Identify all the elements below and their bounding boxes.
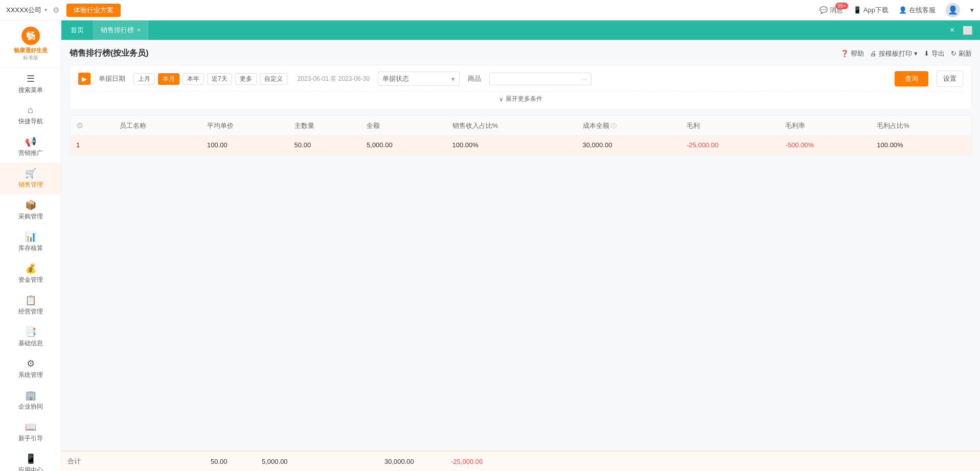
refresh-button[interactable]: ↻ 刷新 (951, 49, 972, 58)
help-button[interactable]: ❓ 帮助 (840, 49, 864, 58)
window-restore-icon[interactable]: ⬜ (960, 25, 976, 36)
sidebar-item-enterprise[interactable]: 🏢 企业协同 (0, 385, 61, 416)
date-filter-label: 单据日期 (99, 74, 125, 83)
sidebar-label-apps: 应用中心 (18, 466, 43, 471)
col-amount: 全额 (360, 116, 446, 136)
tab-close-icon[interactable]: × (137, 27, 141, 34)
avatar[interactable]: 👤 (946, 3, 960, 17)
logo-sub: 标准版 (23, 54, 38, 61)
tab-home[interactable]: 首页 (61, 20, 94, 40)
more-icon: ··· (581, 75, 587, 83)
cell-amount: 5,000.00 (360, 136, 446, 154)
page-content: 销售排行榜(按业务员) ❓ 帮助 🖨 按模板打印 ▾ ⬇ 导出 (61, 40, 980, 451)
col-avg-price: 平均单价 (201, 116, 288, 136)
window-close-icon[interactable]: × (947, 25, 958, 36)
setting-button[interactable]: 设置 (937, 71, 963, 87)
finance-icon: 💰 (25, 263, 36, 274)
apps-icon: 📱 (25, 453, 36, 464)
date-btn-last-month[interactable]: 上月 (133, 73, 155, 85)
sidebar-item-basics[interactable]: 📑 基础信息 (0, 321, 61, 353)
sidebar-label-system: 系统管理 (18, 371, 43, 379)
sidebar-label-guide: 新手引导 (18, 434, 43, 443)
goods-filter-label: 商品 (468, 74, 481, 83)
query-button[interactable]: 查询 (895, 71, 928, 86)
cell-rank: 1 (70, 136, 113, 154)
col-settings[interactable]: ⚙ (70, 116, 113, 136)
filter-row: ▶ 单据日期 上月 本月 本年 近7天 更多 自定义 2023-06-01 至 … (78, 71, 963, 87)
sales-icon: 🛒 (25, 168, 36, 179)
table-row: 1 100.00 50.00 5,000.00 100.00% 30,000.0… (70, 136, 971, 154)
marketing-icon: 📢 (25, 136, 36, 147)
sidebar-item-quick-nav[interactable]: ⌂ 快捷导航 (0, 100, 61, 131)
enterprise-icon: 🏢 (25, 390, 36, 401)
filter-collapse-icon[interactable]: ▶ (78, 73, 90, 85)
date-btn-7days[interactable]: 近7天 (207, 73, 232, 85)
message-button[interactable]: 💬 消息 99+ (819, 6, 843, 15)
col-gross-pct: 毛利占比% (871, 116, 971, 136)
date-btn-more[interactable]: 更多 (235, 73, 257, 85)
sidebar-item-apps[interactable]: 📱 应用中心 (0, 448, 61, 471)
col-sales-pct: 销售收入占比% (446, 116, 577, 136)
topbar-settings-icon[interactable]: ⚙ (53, 6, 59, 15)
top-right-actions: 💬 消息 99+ 📱 App下载 👤 在线客服 👤 ▾ (819, 3, 974, 17)
sidebar-item-guide[interactable]: 📖 新手引导 (0, 416, 61, 448)
sidebar-item-system[interactable]: ⚙ 系统管理 (0, 353, 61, 385)
tab-sales-ranking[interactable]: 销售排行榜 × (94, 20, 148, 40)
total-amount: 5,000.00 (262, 458, 323, 465)
app-download-button[interactable]: 📱 App下载 (853, 6, 888, 15)
sidebar-item-finance[interactable]: 💰 资金管理 (0, 258, 61, 289)
home-icon: ⌂ (28, 105, 33, 116)
sidebar-item-sales[interactable]: 🛒 销售管理 (0, 163, 61, 194)
sidebar-item-marketing[interactable]: 📢 营销推广 (0, 131, 61, 163)
app-label: App下载 (863, 6, 888, 15)
date-btn-this-month[interactable]: 本月 (158, 73, 179, 85)
sidebar-label-purchase: 采购管理 (18, 212, 43, 221)
logo-area: 畅 畅康通好生意 标准版 (0, 20, 61, 68)
sidebar-label-sales: 销售管理 (18, 181, 43, 189)
sidebar-item-operations[interactable]: 📋 经营管理 (0, 289, 61, 321)
print-label: 按模板打印 (879, 49, 912, 58)
expand-label: 展开更多条件 (506, 95, 542, 103)
tab-home-label: 首页 (71, 26, 84, 35)
service-label: 在线客服 (909, 6, 936, 15)
print-button[interactable]: 🖨 按模板打印 ▾ (870, 49, 918, 58)
app-icon: 📱 (853, 6, 861, 14)
data-table: ⚙ 员工名称 平均单价 主数量 全额 销售收入占比% 成本全额 ⓘ 毛利 毛利率… (70, 115, 972, 155)
company-chevron-icon: ▾ (44, 7, 48, 13)
sidebar-label-finance: 资金管理 (18, 276, 43, 284)
content-area: 首页 销售排行榜 × × ⬜ 销售排行榜(按业务员) ❓ 帮助 (61, 20, 980, 471)
status-filter-label: 单据状态 (382, 74, 409, 83)
sidebar-item-purchase[interactable]: 📦 采购管理 (0, 194, 61, 226)
date-btn-this-year[interactable]: 本年 (183, 73, 204, 85)
trial-button[interactable]: 体验行业方案 (66, 4, 121, 17)
goods-filter[interactable]: ··· (489, 73, 591, 85)
expand-icon: ∨ (499, 96, 504, 103)
help-label: 帮助 (851, 49, 864, 58)
tab-sales-ranking-label: 销售排行榜 (101, 26, 134, 35)
page-actions: ❓ 帮助 🖨 按模板打印 ▾ ⬇ 导出 ↻ 刷新 (840, 49, 972, 58)
sidebar-label-enterprise: 企业协同 (18, 402, 43, 411)
user-name[interactable]: ▾ (970, 6, 974, 14)
sidebar-label-marketing: 营销推广 (18, 149, 43, 158)
cell-cost: 30,000.00 (577, 136, 680, 154)
status-filter[interactable]: 单据状态 ▾ (378, 72, 460, 86)
online-service-button[interactable]: 👤 在线客服 (899, 6, 936, 15)
logo-char: 畅 (26, 30, 35, 42)
date-btn-custom[interactable]: 自定义 (260, 73, 287, 85)
logo-text: 畅康通好生意 (14, 47, 48, 54)
system-icon: ⚙ (27, 358, 35, 369)
sidebar-label-basics: 基础信息 (18, 339, 43, 348)
table-spacer (70, 155, 972, 308)
table-settings-icon[interactable]: ⚙ (76, 121, 83, 130)
sidebar-item-search[interactable]: ☰ 搜索菜单 (0, 68, 61, 100)
search-icon: ☰ (27, 73, 35, 84)
sidebar-item-inventory[interactable]: 📊 库存核算 (0, 226, 61, 258)
total-qty: 50.00 (211, 458, 262, 465)
avatar-icon: 👤 (948, 5, 958, 15)
expand-more-conditions[interactable]: ∨ 展开更多条件 (78, 91, 963, 104)
export-button[interactable]: ⬇ 导出 (924, 49, 945, 58)
cell-gross: -25,000.00 (680, 136, 779, 154)
inventory-icon: 📊 (25, 231, 36, 242)
sidebar-label-search: 搜索菜单 (18, 86, 43, 95)
company-selector[interactable]: XXXXX公司 ▾ (6, 6, 48, 15)
